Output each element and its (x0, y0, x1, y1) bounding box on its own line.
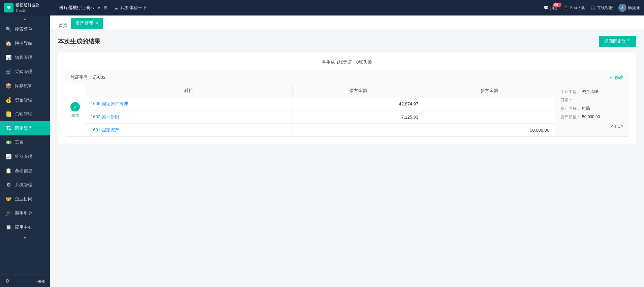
row3-debit (293, 124, 424, 137)
sales-icon: 📊 (5, 55, 11, 61)
row3-credit: 50,000.00 (424, 124, 555, 137)
col-subject: 科目 (85, 84, 293, 97)
ledger-icon: 📒 (5, 111, 11, 117)
voucher-edit-button[interactable]: ✏ 修改 (610, 74, 623, 81)
voucher-header: 凭证字号：记-003 ✏ 修改 (65, 71, 629, 84)
fixed-assets-icon: 🏗 (5, 125, 11, 131)
tab-bar: 首页 资产管理 ✕ (50, 15, 644, 29)
messages-badge: 99+ (553, 3, 561, 7)
avatar: 人 (618, 4, 626, 12)
sidebar-collapse-icon[interactable]: ◀◀ (37, 278, 44, 284)
sidebar-item-system[interactable]: ⚙ 系统管理 (0, 178, 50, 192)
status-column: ✓ 成功 (65, 84, 85, 136)
basic-info-icon: 📋 (5, 168, 11, 174)
header-right: 💬 消息 99+ 📱 App下载 🎧 在线客服 人 畅捷通 (544, 4, 640, 12)
sidebar-item-guide[interactable]: 🎓 新手引导 (0, 206, 50, 220)
tab-asset-management[interactable]: 资产管理 ✕ (71, 18, 103, 29)
pagination-prev[interactable]: < (611, 124, 613, 129)
row3-subject: 1601 固定资产 (85, 124, 293, 137)
company-name: 医疗器械行业演示 (59, 5, 94, 11)
system-icon: ⚙ (5, 182, 11, 188)
sidebar-item-fund[interactable]: 💰 资金管理 (0, 93, 50, 107)
top-header: 畅 畅捷通好业财 普及版 医疗器械行业演示 ▾ ⚙ ☁ 我要体验一下 💬 消息 … (0, 0, 644, 15)
change-type-row: 变动类型： 资产清理 (560, 89, 623, 95)
voucher-section: 凭证字号：记-003 ✏ 修改 ✓ 成功 (65, 71, 629, 137)
header-center: 医疗器械行业演示 ▾ ⚙ ☁ 我要体验一下 (54, 5, 544, 11)
app-download-btn[interactable]: 📱 App下载 (563, 5, 585, 11)
payroll-icon: 💵 (5, 139, 11, 146)
sidebar-item-ledger[interactable]: 📒 总账管理 (0, 107, 50, 121)
app-center-icon: 🔲 (5, 224, 11, 230)
status-text: 成功 (71, 113, 79, 119)
guide-icon: 🎓 (5, 210, 11, 216)
return-button[interactable]: 返回固定资产 (599, 36, 636, 47)
inventory-icon: 📦 (5, 83, 11, 89)
phone-icon: 📱 (563, 5, 569, 10)
sidebar-scroll-down[interactable]: ▼ (0, 234, 50, 241)
sidebar-scroll-up[interactable]: ▲ (0, 15, 50, 22)
sidebar-item-purchase[interactable]: 🛒 采购管理 (0, 65, 50, 79)
table-row: 1601 固定资产 50,000.00 (85, 124, 555, 137)
row2-subject: 1602 累计折旧 (85, 110, 293, 124)
experience-btn[interactable]: 我要体验一下 (120, 5, 147, 11)
sidebar-item-basic-info[interactable]: 📋 基础信息 (0, 164, 50, 178)
brand-name: 畅捷通好业财 (16, 3, 40, 8)
content-area: 首页 资产管理 ✕ 本次生成的结果 返回固定资产 共生成 1张凭证，0张失败 凭… (50, 15, 644, 287)
side-info-panel: 变动类型： 资产清理 日期： 资产名称： 电脑 (555, 84, 629, 136)
voucher-table-area: 科目 借方金额 贷方金额 1606 固定资产清理 42,874.97 (85, 84, 555, 136)
row2-credit (424, 110, 555, 124)
purchase-icon: 🛒 (5, 69, 11, 75)
sidebar-item-quick-nav[interactable]: 🏠 快捷导航 (0, 36, 50, 51)
pagination-current: 1/1 (614, 124, 621, 129)
sidebar-bottom: ⚙ ◀◀ (0, 275, 50, 287)
online-service-btn[interactable]: 🎧 在线客服 (590, 5, 613, 11)
sidebar: ▲ 🔍 搜索菜单 🏠 快捷导航 📊 销售管理 🛒 采购管理 📦 库存核算 💰 资… (0, 15, 50, 287)
asset-name-value: 电脑 (582, 106, 590, 111)
tab-close-icon[interactable]: ✕ (95, 21, 98, 26)
asset-value-value: 50,000.00 (582, 115, 600, 119)
col-debit: 借方金额 (293, 84, 424, 97)
voucher-number: 凭证字号：记-003 (70, 74, 105, 81)
side-info-pagination: < 1/1 > (560, 124, 623, 129)
table-row: 1602 累计折旧 7,125.03 (85, 110, 555, 124)
settings-icon[interactable]: ⚙ (103, 5, 108, 10)
result-summary: 共生成 1张凭证，0张失败 (65, 59, 629, 65)
sidebar-item-cooperation[interactable]: 🤝 企业协同 (0, 192, 50, 206)
brand-area: 畅 畅捷通好业财 普及版 (4, 3, 54, 13)
sidebar-settings-icon[interactable]: ⚙ (5, 278, 10, 284)
sidebar-item-fixed-assets[interactable]: 🏗 固定资产 (0, 121, 50, 135)
edit-icon: ✏ (610, 75, 613, 80)
headset-icon: 🎧 (590, 5, 595, 10)
page-header: 本次生成的结果 返回固定资产 (58, 36, 636, 47)
brand-logo: 畅 (4, 3, 13, 12)
asset-name-row: 资产名称： 电脑 (560, 106, 623, 111)
home-icon: 🏠 (5, 40, 11, 46)
pagination-next[interactable]: > (621, 124, 623, 129)
row1-credit (424, 97, 555, 110)
sidebar-item-app-center[interactable]: 🔲 应用中心 (0, 220, 50, 234)
row1-subject: 1606 固定资产清理 (85, 97, 293, 110)
sidebar-item-payroll[interactable]: 💵 工资 (0, 135, 50, 150)
sidebar-item-operations[interactable]: 📈 经营管理 (0, 150, 50, 164)
search-icon: 🔍 (5, 26, 11, 32)
row2-debit: 7,125.03 (293, 110, 424, 124)
cooperation-icon: 🤝 (5, 196, 11, 202)
operations-icon: 📈 (5, 154, 11, 160)
sidebar-item-search-menu[interactable]: 🔍 搜索菜单 (0, 22, 50, 36)
sidebar-item-sales[interactable]: 📊 销售管理 (0, 51, 50, 65)
tab-home[interactable]: 首页 (55, 23, 71, 29)
experience-btn-area: ☁ 我要体验一下 (114, 5, 147, 11)
messages-btn[interactable]: 💬 消息 99+ (544, 5, 558, 11)
asset-name-label: 资产名称： (560, 106, 581, 111)
col-credit: 贷方金额 (424, 84, 555, 97)
page-content: 本次生成的结果 返回固定资产 共生成 1张凭证，0张失败 凭证字号：记-003 … (50, 29, 644, 287)
company-dropdown-icon[interactable]: ▾ (98, 5, 100, 10)
user-area[interactable]: 人 畅捷通 (618, 4, 640, 12)
date-label: 日期： (560, 97, 573, 103)
voucher-table: 科目 借方金额 贷方金额 1606 固定资产清理 42,874.97 (85, 84, 555, 136)
date-row: 日期： (560, 97, 623, 103)
sidebar-item-inventory[interactable]: 📦 库存核算 (0, 79, 50, 93)
table-row: 1606 固定资产清理 42,874.97 (85, 97, 555, 110)
voucher-body: ✓ 成功 科目 借方金额 贷方金额 (65, 84, 629, 136)
change-type-value: 资产清理 (582, 89, 598, 95)
